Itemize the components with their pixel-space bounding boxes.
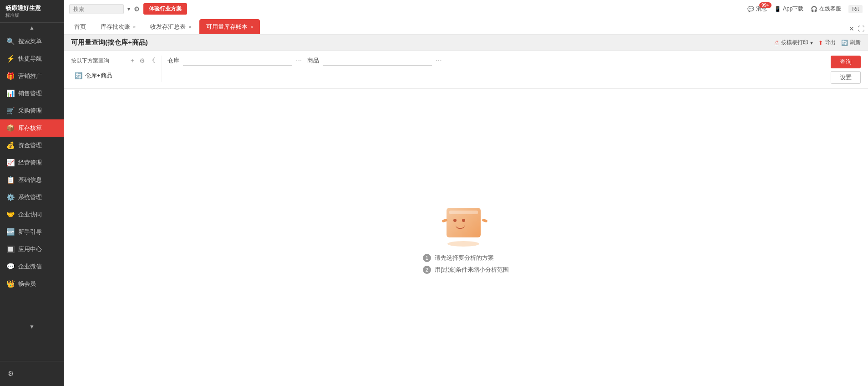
sidebar-label-2: 营销推广 <box>18 72 42 80</box>
scheme-collapse-btn[interactable]: 《 <box>148 56 156 66</box>
sidebar-bottom: ⚙ <box>0 361 64 386</box>
tab-close-3[interactable]: × <box>250 24 253 30</box>
tab-2[interactable]: 收发存汇总表× <box>143 19 198 34</box>
industry-btn[interactable]: 体验行业方案 <box>143 3 187 15</box>
tab-label-3: 可用量库存账本 <box>206 23 248 31</box>
tabs-bar: 首页库存批次账×收发存汇总表×可用量库存账本× ✕ ⛶ <box>64 18 868 35</box>
goods-label: 商品 <box>307 57 319 65</box>
sidebar-item-1[interactable]: ⚡ 快捷导航 <box>0 50 64 67</box>
msg-badge: 99+ <box>759 2 772 8</box>
service-label: 在线客服 <box>819 5 841 13</box>
sidebar-icon-13: 💬 <box>6 262 15 271</box>
topbar-app-download[interactable]: 📱 App下载 <box>774 5 803 13</box>
tip-text-2: 用[过滤]条件来缩小分析范围 <box>435 266 509 274</box>
scheme-item-icon: 🔄 <box>75 72 82 79</box>
sidebar-items: 🔍 搜索菜单 ⚡ 快捷导航 🎁 营销推广 📊 销售管理 🛒 采购管理 📦 库存核… <box>0 33 64 293</box>
sidebar-icon-8: 📋 <box>6 176 15 184</box>
headset-icon: 🎧 <box>811 6 817 12</box>
topbar-user[interactable]: Rit <box>848 5 863 13</box>
sidebar-item-4[interactable]: 🛒 采购管理 <box>0 102 64 119</box>
sidebar-item-14[interactable]: 👑 畅会员 <box>0 275 64 293</box>
empty-tip-2: 2 用[过滤]条件来缩小分析范围 <box>423 266 509 274</box>
main-area: ▾ ⚙ 体验行业方案 💬 消息 99+ 📱 App下载 🎧 在线客服 Rit 首… <box>64 0 868 386</box>
settings-icon: ⚙ <box>6 370 15 378</box>
sidebar-item-9[interactable]: ⚙️ 系统管理 <box>0 189 64 206</box>
goods-input[interactable] <box>323 56 432 66</box>
topbar-service[interactable]: 🎧 在线客服 <box>811 5 841 13</box>
filter-settings-btn[interactable]: 设置 <box>831 71 861 84</box>
scheme-add-btn[interactable]: ＋ <box>128 56 137 66</box>
warehouse-input[interactable] <box>183 56 292 66</box>
tip-num-2: 2 <box>423 266 431 274</box>
sidebar-icon-10: 🤝 <box>6 211 15 219</box>
sidebar-item-11[interactable]: 🆕 新手引导 <box>0 223 64 241</box>
msg-icon: 💬 <box>747 6 754 12</box>
scheme-header-label: 按以下方案查询 <box>71 57 109 65</box>
sidebar-logo: 畅康通好生意 标准版 <box>0 0 64 23</box>
tab-close-1[interactable]: × <box>133 24 136 30</box>
sidebar-icon-2: 🎁 <box>6 72 15 80</box>
sidebar-label-0: 搜索菜单 <box>18 37 42 46</box>
sidebar-item-6[interactable]: 💰 资金管理 <box>0 137 64 154</box>
filter-scheme-panel: 按以下方案查询 ＋ ⚙ 《 🔄 仓库+商品 <box>71 56 162 82</box>
sidebar-icon-7: 📈 <box>6 159 15 167</box>
topbar-search-input[interactable] <box>69 4 124 14</box>
print-btn-label: 按模板打印 <box>781 39 808 46</box>
sidebar-item-12[interactable]: 🔲 应用中心 <box>0 241 64 258</box>
page-header: 可用量查询(按仓库+商品) 🖨 按模板打印 ▾ ⬆ 导出 🔄 刷新 <box>64 35 868 51</box>
sidebar-item-0[interactable]: 🔍 搜索菜单 <box>0 33 64 50</box>
sidebar-label-9: 系统管理 <box>18 193 42 201</box>
tabs-expand-btn[interactable]: ⛶ <box>858 25 864 32</box>
empty-tip-1: 1 请先选择要分析的方案 <box>423 254 509 262</box>
sidebar-item-5[interactable]: 📦 库存核算 <box>0 119 64 137</box>
export-btn-label: 导出 <box>825 39 836 46</box>
tip-text-1: 请先选择要分析的方案 <box>435 254 494 262</box>
tab-0[interactable]: 首页 <box>67 19 93 34</box>
page-title: 可用量查询(按仓库+商品) <box>71 38 148 47</box>
topbar-msg[interactable]: 💬 消息 99+ <box>747 5 767 13</box>
page-header-actions: 🖨 按模板打印 ▾ ⬆ 导出 🔄 刷新 <box>774 39 861 46</box>
warehouse-more-btn[interactable]: ··· <box>296 57 302 65</box>
query-btn[interactable]: 查询 <box>831 56 861 68</box>
sidebar-label-14: 畅会员 <box>18 280 36 288</box>
sidebar-label-4: 采购管理 <box>18 107 42 115</box>
tab-3[interactable]: 可用量库存账本× <box>199 19 260 34</box>
filter-actions: 查询 设置 <box>831 56 861 84</box>
sidebar-icon-3: 📊 <box>6 89 15 98</box>
tab-1[interactable]: 库存批次账× <box>94 19 142 34</box>
scheme-item-warehouse-goods[interactable]: 🔄 仓库+商品 <box>71 69 156 82</box>
sidebar-icon-5: 📦 <box>6 124 15 132</box>
sidebar-scroll-up[interactable]: ▲ <box>0 23 64 33</box>
sidebar-item-3[interactable]: 📊 销售管理 <box>0 85 64 102</box>
export-btn[interactable]: ⬆ 导出 <box>818 39 836 46</box>
tabs-close-btn[interactable]: ✕ <box>849 25 854 32</box>
topbar-gear-btn[interactable]: ⚙ <box>134 5 140 13</box>
sidebar-label-7: 经营管理 <box>18 159 42 167</box>
tab-close-2[interactable]: × <box>188 24 191 30</box>
refresh-btn-label: 刷新 <box>850 39 861 46</box>
sidebar-scroll-down[interactable]: ▼ <box>0 322 64 332</box>
refresh-icon: 🔄 <box>841 40 848 46</box>
tab-label-0: 首页 <box>74 23 86 31</box>
refresh-btn[interactable]: 🔄 刷新 <box>841 39 861 46</box>
topbar-dropdown-btn[interactable]: ▾ <box>127 6 130 12</box>
sidebar-icon-1: ⚡ <box>6 55 15 63</box>
sidebar-icon-4: 🛒 <box>6 107 15 115</box>
scheme-gear-btn[interactable]: ⚙ <box>138 56 146 65</box>
sidebar-item-13[interactable]: 💬 企业微信 <box>0 258 64 275</box>
sidebar-item-2[interactable]: 🎁 营销推广 <box>0 67 64 85</box>
sidebar-item-7[interactable]: 📈 经营管理 <box>0 154 64 171</box>
warehouse-label: 仓库 <box>168 57 179 65</box>
sidebar-item-8[interactable]: 📋 基础信息 <box>0 171 64 189</box>
sidebar-item-settings[interactable]: ⚙ <box>0 365 64 382</box>
empty-tips: 1 请先选择要分析的方案 2 用[过滤]条件来缩小分析范围 <box>423 254 509 274</box>
sidebar-label-12: 应用中心 <box>18 245 42 253</box>
sidebar-item-10[interactable]: 🤝 企业协同 <box>0 206 64 223</box>
print-dropdown-icon[interactable]: ▾ <box>810 40 813 46</box>
print-btn[interactable]: 🖨 按模板打印 ▾ <box>774 39 813 46</box>
app-sub: 标准版 <box>5 12 58 19</box>
sidebar-label-13: 企业微信 <box>18 262 42 271</box>
scheme-actions: ＋ ⚙ 《 <box>128 56 156 66</box>
sidebar-label-6: 资金管理 <box>18 141 42 149</box>
goods-more-btn[interactable]: ··· <box>436 57 442 65</box>
